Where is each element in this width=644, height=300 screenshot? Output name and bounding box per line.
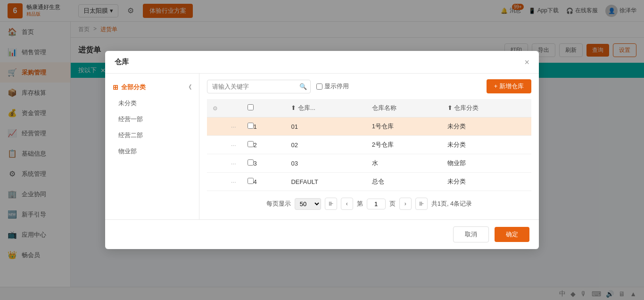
table-row[interactable]: ··· 1 01 1号仓库 未分类 — [207, 117, 531, 136]
prev-page-button[interactable]: ‹ — [341, 198, 353, 210]
row-category: 未分类 — [442, 136, 531, 154]
row-checkbox[interactable] — [248, 178, 254, 184]
warehouse-table: ⚙ ⬆ 仓库... 仓库名称 ⬆ 仓库分类 — [207, 99, 531, 191]
table-header-row: ⚙ ⬆ 仓库... 仓库名称 ⬆ 仓库分类 — [207, 99, 531, 117]
row-num: 3 — [242, 154, 286, 173]
row-dots[interactable]: ··· — [231, 160, 236, 167]
show-disabled-text: 显示停用 — [324, 82, 349, 91]
row-code: DEFAULT — [285, 173, 366, 191]
table-row[interactable]: ··· 4 DEFAULT 总仓 未分类 — [207, 173, 531, 191]
row-actions: ··· — [207, 154, 242, 173]
modal-title: 仓库 — [115, 58, 129, 67]
row-actions: ··· — [207, 136, 242, 154]
row-checkbox[interactable] — [248, 159, 254, 166]
row-checkbox[interactable] — [248, 123, 254, 129]
grid-icon: ⊞ — [113, 83, 118, 91]
cancel-button[interactable]: 取消 — [453, 226, 489, 242]
th-name: 仓库名称 — [366, 99, 442, 117]
page-suffix: 页 — [389, 200, 396, 208]
category-panel: ⊞ 全部分类 《 未分类 经营一部 经营二部 物业部 — [105, 74, 199, 219]
table-body: ··· 1 01 1号仓库 未分类 ··· 2 02 2号仓库 未分类 ··· … — [207, 117, 531, 191]
row-checkbox[interactable] — [248, 141, 254, 147]
modal-close-button[interactable]: × — [524, 58, 529, 67]
row-num: 2 — [242, 136, 286, 154]
confirm-button[interactable]: 确定 — [495, 227, 529, 242]
th-checkbox — [242, 99, 286, 117]
first-page-button[interactable]: ⊪ — [325, 198, 337, 210]
select-all-checkbox[interactable] — [248, 104, 254, 110]
show-disabled-label[interactable]: 显示停用 — [316, 82, 349, 91]
search-input-wrap: 🔍 — [207, 80, 311, 93]
category-all[interactable]: ⊞ 全部分类 《 — [105, 79, 199, 95]
row-name: 总仓 — [366, 173, 442, 191]
th-code: ⬆ 仓库... — [285, 99, 366, 117]
page-number-input[interactable] — [367, 199, 386, 209]
row-category: 未分类 — [442, 173, 531, 191]
modal-overlay: 仓库 × ⊞ 全部分类 《 未分类 经营一部 经营二部 物业部 — [0, 0, 644, 300]
row-dots[interactable]: ··· — [231, 142, 236, 149]
row-actions: ··· — [207, 173, 242, 191]
collapse-button[interactable]: 《 — [186, 83, 191, 92]
row-category: 物业部 — [442, 154, 531, 173]
add-warehouse-button[interactable]: + 新增仓库 — [487, 79, 531, 93]
row-code: 02 — [285, 136, 366, 154]
th-settings: ⚙ — [207, 99, 242, 117]
row-category: 未分类 — [442, 117, 531, 136]
category-item-ops1[interactable]: 经营一部 — [105, 111, 199, 127]
per-page-label: 每页显示 — [266, 200, 291, 208]
th-category: ⬆ 仓库分类 — [442, 99, 531, 117]
next-page-button[interactable]: › — [399, 198, 412, 210]
th-code-sort-icon: ⬆ — [291, 104, 296, 111]
row-actions: ··· — [207, 117, 242, 136]
table-panel: 🔍 显示停用 + 新增仓库 ⚙ ⬆ — [199, 74, 539, 219]
row-dots[interactable]: ··· — [231, 178, 236, 185]
modal-body: ⊞ 全部分类 《 未分类 经营一部 经营二部 物业部 🔍 — [105, 74, 539, 219]
modal-footer: 取消 确定 — [105, 219, 539, 249]
last-page-button[interactable]: ⊪ — [415, 198, 428, 210]
th-category-sort-icon: ⬆ — [447, 104, 453, 111]
search-bar: 🔍 显示停用 + 新增仓库 — [207, 79, 531, 93]
category-all-label: 全部分类 — [121, 83, 146, 92]
show-disabled-checkbox[interactable] — [316, 83, 322, 90]
row-dots[interactable]: ··· — [231, 123, 236, 130]
row-code: 01 — [285, 117, 366, 136]
total-records: 共1页, 4条记录 — [431, 200, 472, 208]
per-page-select[interactable]: 50 20 100 — [295, 198, 321, 210]
search-input[interactable] — [207, 80, 311, 93]
category-item-uncategorized[interactable]: 未分类 — [105, 95, 199, 111]
page-label: 第 — [357, 200, 363, 208]
table-row[interactable]: ··· 3 03 水 物业部 — [207, 154, 531, 173]
row-name: 2号仓库 — [366, 136, 442, 154]
warehouse-modal: 仓库 × ⊞ 全部分类 《 未分类 经营一部 经营二部 物业部 — [105, 51, 539, 249]
row-code: 03 — [285, 154, 366, 173]
table-row[interactable]: ··· 2 02 2号仓库 未分类 — [207, 136, 531, 154]
category-item-property[interactable]: 物业部 — [105, 143, 199, 159]
modal-header: 仓库 × — [105, 51, 539, 74]
category-item-ops2[interactable]: 经营二部 — [105, 127, 199, 143]
row-name: 1号仓库 — [366, 117, 442, 136]
row-num: 1 — [242, 117, 286, 136]
search-icon[interactable]: 🔍 — [299, 83, 307, 90]
row-num: 4 — [242, 173, 286, 191]
settings-icon[interactable]: ⚙ — [213, 105, 218, 112]
pagination: 每页显示 50 20 100 ⊪ ‹ 第 页 › ⊪ 共1页, 4条记录 — [207, 191, 531, 214]
row-name: 水 — [366, 154, 442, 173]
